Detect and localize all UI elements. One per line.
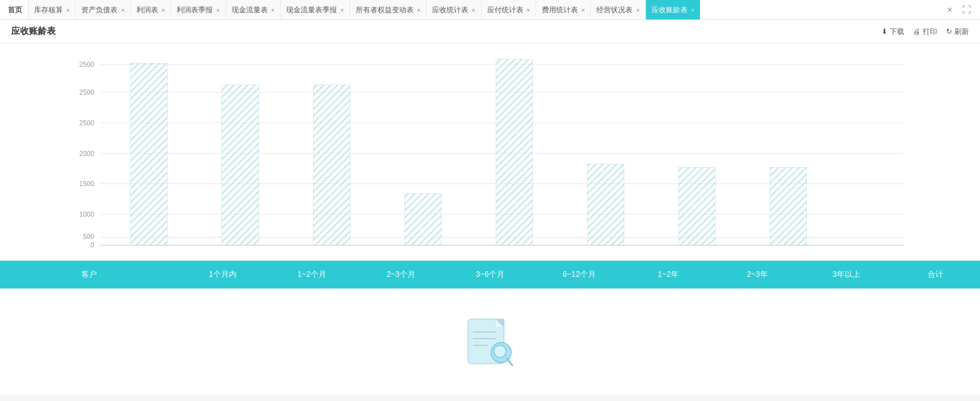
- col-customer: 客户: [0, 261, 178, 288]
- tab-cashflow[interactable]: 现金流量表 ×: [226, 0, 281, 20]
- tab-ap-stats-close[interactable]: ×: [527, 7, 530, 13]
- tab-profit[interactable]: 利润表 ×: [131, 0, 171, 20]
- page-header: 应收账龄表 ⬇ 下载 🖨 打印 ↻ 刷新: [0, 20, 980, 43]
- svg-rect-29: [679, 167, 716, 245]
- svg-rect-21: [313, 85, 350, 246]
- tab-ar-stats-close[interactable]: ×: [472, 7, 475, 13]
- tab-bar: 首页 库存核算 × 资产负债表 × 利润表 × 利润表季报 × 现金流量表 × …: [0, 0, 980, 20]
- empty-illustration: [457, 311, 523, 372]
- bar-chart: 2500 2500 2500 2000 1500 1000 500 0: [22, 55, 958, 250]
- tab-inventory-close[interactable]: ×: [66, 7, 70, 13]
- svg-rect-25: [496, 60, 533, 246]
- col-3plus-year: 3年以上: [802, 261, 891, 288]
- tab-ar-aging[interactable]: 应收账龄表 ×: [646, 0, 700, 20]
- svg-text:1000: 1000: [79, 211, 94, 218]
- svg-text:2000: 2000: [79, 150, 94, 158]
- window-close-button[interactable]: ×: [943, 3, 957, 17]
- download-icon: ⬇: [881, 27, 888, 36]
- svg-rect-27: [587, 164, 624, 245]
- tab-balance-label: 资产负债表: [81, 5, 117, 15]
- col-2-3month: 2~3个月: [356, 261, 445, 288]
- print-icon: 🖨: [913, 27, 920, 36]
- col-6-12month: 6~12个月: [535, 261, 624, 288]
- tab-cashflow-close[interactable]: ×: [271, 7, 275, 13]
- svg-rect-19: [222, 85, 259, 246]
- svg-text:2500: 2500: [79, 89, 94, 96]
- tab-profit-close[interactable]: ×: [161, 7, 165, 13]
- tab-ar-stats[interactable]: 应收统计表 ×: [427, 0, 481, 20]
- tab-operations[interactable]: 经营状况表 ×: [591, 0, 645, 20]
- tab-home-label: 首页: [8, 5, 22, 15]
- tab-expense-stats[interactable]: 费用统计表 ×: [536, 0, 591, 20]
- chart-area: 2500 2500 2500 2000 1500 1000 500 0: [0, 43, 980, 261]
- col-total: 合计: [891, 261, 980, 288]
- refresh-icon: ↻: [946, 27, 952, 36]
- col-1month: 1个月内: [178, 261, 267, 288]
- refresh-button[interactable]: ↻ 刷新: [946, 27, 969, 37]
- tab-expense-stats-close[interactable]: ×: [581, 7, 585, 13]
- tab-ar-aging-label: 应收账龄表: [651, 5, 688, 15]
- svg-rect-23: [405, 193, 442, 245]
- col-2-3year: 2~3年: [713, 261, 802, 288]
- tab-ar-stats-label: 应收统计表: [432, 5, 468, 15]
- svg-rect-31: [770, 167, 807, 245]
- tab-cashflow-label: 现金流量表: [232, 5, 268, 15]
- tab-inventory[interactable]: 库存核算 ×: [28, 0, 76, 20]
- tab-equity-label: 所有者权益变动表: [356, 5, 414, 15]
- tab-cashflow-quarterly-close[interactable]: ×: [340, 7, 344, 13]
- tab-profit-quarterly[interactable]: 利润表季报 ×: [171, 0, 226, 20]
- svg-text:2500: 2500: [79, 119, 94, 127]
- page-actions: ⬇ 下载 🖨 打印 ↻ 刷新: [881, 27, 969, 37]
- tab-expense-stats-label: 费用统计表: [542, 5, 578, 15]
- window-maximize-button[interactable]: ⛶: [960, 3, 973, 17]
- tab-ap-stats[interactable]: 应付统计表 ×: [482, 0, 536, 20]
- tab-equity-close[interactable]: ×: [417, 7, 420, 13]
- tab-inventory-label: 库存核算: [34, 5, 63, 15]
- tab-home[interactable]: 首页: [2, 0, 28, 20]
- tab-bar-actions: × ⛶: [943, 3, 978, 17]
- col-3-6month: 3~6个月: [445, 261, 535, 288]
- svg-rect-17: [131, 63, 168, 245]
- tab-profit-quarterly-close[interactable]: ×: [216, 7, 219, 13]
- empty-state: [0, 288, 980, 394]
- page-title: 应收账龄表: [11, 26, 56, 37]
- col-1-2month: 1~2个月: [267, 261, 356, 288]
- print-button[interactable]: 🖨 打印: [913, 27, 937, 37]
- svg-text:0: 0: [90, 241, 94, 249]
- tab-cashflow-quarterly-label: 现金流量表季报: [286, 5, 337, 15]
- main-content: 2500 2500 2500 2000 1500 1000 500 0: [0, 43, 980, 394]
- tab-operations-close[interactable]: ×: [636, 7, 639, 13]
- tab-equity[interactable]: 所有者权益变动表 ×: [350, 0, 427, 20]
- download-label: 下载: [890, 27, 904, 37]
- svg-text:1500: 1500: [79, 180, 94, 188]
- tab-ar-aging-close[interactable]: ×: [691, 7, 694, 13]
- download-button[interactable]: ⬇ 下载: [881, 27, 904, 37]
- svg-text:2500: 2500: [79, 61, 94, 69]
- svg-line-39: [507, 358, 512, 365]
- svg-text:500: 500: [83, 233, 94, 241]
- tab-cashflow-quarterly[interactable]: 现金流量表季报 ×: [281, 0, 350, 20]
- table-header: 客户 1个月内 1~2个月 2~3个月 3~6个月 6~12个月 1~2年 2~…: [0, 261, 980, 288]
- tab-balance[interactable]: 资产负债表 ×: [76, 0, 130, 20]
- col-1-2year: 1~2年: [624, 261, 713, 288]
- refresh-label: 刷新: [954, 27, 969, 37]
- tab-balance-close[interactable]: ×: [121, 7, 124, 13]
- svg-point-38: [494, 345, 506, 358]
- tab-operations-label: 经营状况表: [596, 5, 633, 15]
- tab-profit-label: 利润表: [136, 5, 158, 15]
- print-label: 打印: [923, 27, 937, 37]
- tab-profit-quarterly-label: 利润表季报: [177, 5, 213, 15]
- tab-ap-stats-label: 应付统计表: [487, 5, 523, 15]
